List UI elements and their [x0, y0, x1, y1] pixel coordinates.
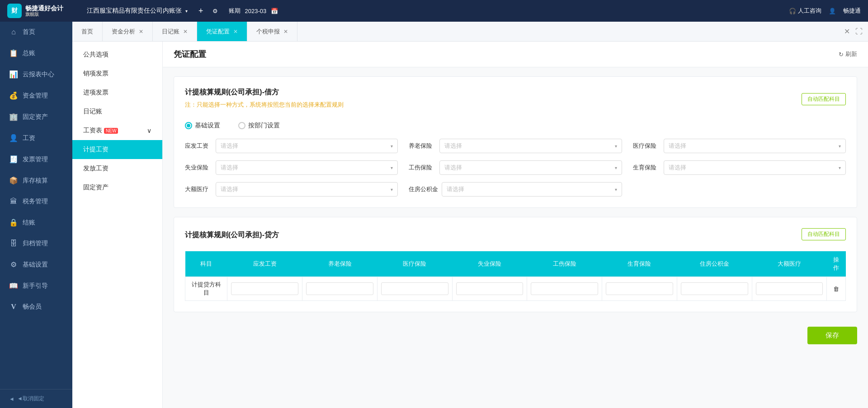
field-injury-select[interactable]: 请选择 ▾ — [439, 160, 622, 175]
row-housing-cell[interactable] — [677, 277, 752, 301]
row-maternity-input[interactable] — [606, 282, 673, 295]
radio-basic[interactable]: 基础设置 — [185, 122, 220, 130]
tab-journal[interactable]: 日记账 ✕ — [153, 22, 197, 41]
nav-salary-pay[interactable]: 发放工资 — [72, 159, 162, 178]
row-unemployment-cell[interactable] — [452, 277, 527, 301]
sidebar-item-invoice[interactable]: 🧾 发票管理 — [0, 149, 72, 170]
row-action-cell[interactable]: 🗑 — [827, 277, 846, 301]
field-maternity-select[interactable]: 请选择 ▾ — [664, 160, 846, 175]
row-salary-cell[interactable] — [227, 277, 302, 301]
sidebar-item-fund[interactable]: 💰 资金管理 — [0, 85, 72, 106]
support-btn[interactable]: 🎧 人工咨询 — [789, 7, 821, 15]
field-salary: 应发工资 请选择 ▾ — [185, 139, 398, 153]
tab-voucher-close[interactable]: ✕ — [233, 28, 238, 35]
cancel-fix-btn[interactable]: ◄ ◄取消固定 — [0, 389, 72, 408]
field-housing-select[interactable]: 请选择 ▾ — [442, 182, 622, 197]
debit-header-row: 计提核算规则(公司承担)-借方 注：只能选择一种方式，系统将按照您当前的选择来配… — [185, 88, 846, 116]
row-salary-input[interactable] — [231, 282, 298, 295]
tab-bar: 首页 资金分析 ✕ 日记账 ✕ 凭证配置 ✕ 个税申报 ✕ ✕ ⛶ — [72, 22, 868, 42]
field-medical-select[interactable]: 请选择 ▾ — [664, 139, 846, 153]
scrollable-content[interactable]: 计提核算规则(公司承担)-借方 注：只能选择一种方式，系统将按照您当前的选择来配… — [163, 67, 868, 408]
settings-icon[interactable]: ⚙ — [212, 8, 218, 14]
sidebar-item-reports[interactable]: 📊 云报表中心 — [0, 64, 72, 85]
row-unemployment-input[interactable] — [456, 282, 524, 295]
refresh-btn[interactable]: ↻ 刷新 — [839, 50, 857, 58]
field-pension-select[interactable]: 请选择 ▾ — [439, 139, 622, 153]
sidebar-item-tax[interactable]: 🏛 税务管理 — [0, 191, 72, 212]
tab-fund[interactable]: 资金分析 ✕ — [103, 22, 153, 41]
tab-close-all-icon[interactable]: ✕ — [844, 27, 850, 36]
field-large-medical-label: 大额医疗 — [185, 185, 212, 193]
sidebar-item-inventory[interactable]: 📦 库存核算 — [0, 170, 72, 191]
row-housing-input[interactable] — [681, 282, 748, 295]
row-pension-cell[interactable] — [302, 277, 377, 301]
calendar-icon: 📅 — [271, 8, 278, 14]
nav-public[interactable]: 公共选项 — [72, 45, 162, 64]
tab-expand-icon[interactable]: ⛶ — [855, 28, 863, 36]
save-button[interactable]: 保存 — [807, 327, 857, 344]
headset-icon: 🎧 — [789, 8, 796, 14]
sidebar-label-salary: 工资 — [23, 134, 35, 142]
sidebar-label-tax: 税务管理 — [23, 197, 48, 206]
row-pension-input[interactable] — [306, 282, 373, 295]
field-housing-label: 住房公积金 — [409, 185, 438, 193]
field-large-medical-select[interactable]: 请选择 ▾ — [216, 182, 398, 197]
debit-auto-match-btn[interactable]: 自动匹配科目 — [802, 93, 846, 105]
close-period-icon: 🔒 — [9, 218, 18, 227]
row-maternity-cell[interactable] — [602, 277, 677, 301]
sidebar-item-close[interactable]: 🔒 结账 — [0, 212, 72, 233]
field-maternity: 生育保险 请选择 ▾ — [633, 160, 846, 175]
sidebar-item-guide[interactable]: 📖 新手引导 — [0, 275, 72, 296]
row-injury-cell[interactable] — [527, 277, 602, 301]
content-area: 首页 资金分析 ✕ 日记账 ✕ 凭证配置 ✕ 个税申报 ✕ ✕ ⛶ — [72, 22, 868, 408]
debit-title-group: 计提核算规则(公司承担)-借方 注：只能选择一种方式，系统将按照您当前的选择来配… — [185, 88, 344, 116]
tab-tax-close[interactable]: ✕ — [283, 28, 288, 35]
tab-tax[interactable]: 个税申报 ✕ — [247, 22, 297, 41]
basic-settings-icon: ⚙ — [9, 260, 18, 269]
debit-form-grid: 应发工资 请选择 ▾ 养老保险 请选择 ▾ — [185, 139, 846, 197]
cancel-fix-label: ◄取消固定 — [17, 395, 44, 403]
nav-purchase[interactable]: 进项发票 — [72, 83, 162, 102]
radio-dept[interactable]: 按部门设置 — [238, 122, 280, 130]
nav-sales[interactable]: 销项发票 — [72, 64, 162, 83]
home-icon: ⌂ — [9, 28, 18, 36]
tab-voucher[interactable]: 凭证配置 ✕ — [197, 22, 247, 41]
sidebar-item-home[interactable]: ⌂ 首页 — [0, 22, 72, 42]
page-title: 凭证配置 — [174, 49, 206, 60]
nav-salary-accrual[interactable]: 计提工资 — [72, 140, 162, 159]
sidebar-item-salary[interactable]: 👤 工资 — [0, 127, 72, 149]
sidebar-item-archive[interactable]: 🗄 归档管理 — [0, 233, 72, 254]
tab-fund-close[interactable]: ✕ — [139, 28, 143, 35]
field-salary-chevron: ▾ — [391, 144, 393, 149]
row-large-medical-cell[interactable] — [752, 277, 827, 301]
add-icon[interactable]: + — [198, 6, 203, 16]
sidebar-item-ledger[interactable]: 📋 总账 — [0, 42, 72, 64]
nav-salary-table[interactable]: 工资表NEW ∨ — [72, 121, 162, 140]
period-selector[interactable]: 账期 2023-03 📅 — [229, 7, 278, 15]
sidebar-item-settings[interactable]: ⚙ 基础设置 — [0, 254, 72, 275]
col-action: 操作 — [827, 251, 846, 277]
nav-journal[interactable]: 日记账 — [72, 102, 162, 121]
nav-fixed-assets[interactable]: 固定资产 — [72, 178, 162, 197]
company-name[interactable]: 江西服宝精品有限责任公司内账张 ▾ — [87, 7, 188, 15]
row-medical-cell[interactable] — [377, 277, 452, 301]
row-injury-input[interactable] — [531, 282, 598, 295]
sidebar-item-assets[interactable]: 🏢 固定资产 — [0, 106, 72, 127]
credit-table: 科目 应发工资 养老保险 医疗保险 失业保险 工伤保险 生育保险 住房公积金 大… — [185, 251, 846, 301]
tab-actions: ✕ ⛶ — [844, 22, 868, 41]
sidebar-item-vip[interactable]: V 畅会员 — [0, 296, 72, 317]
field-large-medical-placeholder: 请选择 — [221, 185, 238, 193]
field-salary-select[interactable]: 请选择 ▾ — [216, 139, 398, 153]
row-medical-input[interactable] — [381, 282, 448, 295]
field-unemployment-select[interactable]: 请选择 ▾ — [216, 160, 398, 175]
row-subject-label: 计提贷方科目 — [185, 277, 227, 301]
topbar-icons: + ⚙ — [198, 6, 218, 16]
credit-auto-match-btn[interactable]: 自动匹配科目 — [802, 228, 846, 240]
tab-home[interactable]: 首页 — [72, 22, 103, 41]
col-housing: 住房公积金 — [677, 251, 752, 277]
row-large-medical-input[interactable] — [756, 282, 823, 295]
archive-icon: 🗄 — [9, 239, 18, 248]
topbar: 财 畅捷通好会计 旗舰版 江西服宝精品有限责任公司内账张 ▾ + ⚙ 账期 20… — [0, 0, 868, 22]
tab-journal-close[interactable]: ✕ — [183, 28, 188, 35]
field-unemployment-chevron: ▾ — [391, 165, 393, 170]
